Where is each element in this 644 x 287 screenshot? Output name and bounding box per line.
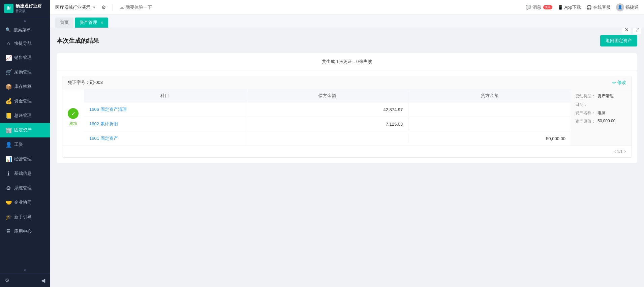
workspace-gear-icon[interactable]: ⚙ bbox=[101, 4, 106, 10]
sidebar-label-purchase: 采购管理 bbox=[14, 69, 32, 75]
edit-icon: ✏ bbox=[612, 80, 616, 85]
main-content: ✕ ⤢ 本次生成的结果 返回固定资产 共生成 1张凭证，0张失败 凭证字号：记-… bbox=[50, 28, 644, 287]
topbar-divider-1 bbox=[113, 4, 113, 11]
nav-tabs: 首页 资产管理 ✕ bbox=[50, 15, 644, 28]
headset-icon: 🎧 bbox=[586, 5, 592, 10]
topbar: 医疗器械行业演示 ▼ ⚙ ☁ 我要体验一下 💬 消息 99+ 📱 App下载 🎧… bbox=[50, 0, 644, 15]
sidebar-label-operations: 经营管理 bbox=[14, 156, 32, 162]
operations-icon: 📊 bbox=[5, 156, 11, 162]
workspace-name: 医疗器械行业演示 bbox=[55, 4, 90, 10]
sidebar-item-guide[interactable]: 🎓 新手引导 bbox=[0, 210, 50, 224]
voucher-table: 科目 借方金额 贷方金额 1606 固定资产清理 42,874.97 1602 … bbox=[84, 89, 571, 146]
sidebar-label-payroll: 工资 bbox=[14, 141, 23, 148]
sidebar-item-inventory[interactable]: 📦 库存核算 bbox=[0, 79, 50, 94]
original-value-field: 资产原值： 50,000.00 bbox=[575, 119, 627, 124]
row2-debit: 7,125.03 bbox=[246, 118, 409, 131]
sidebar-label-cooperation: 企业协同 bbox=[14, 199, 32, 205]
sidebar-item-ledger[interactable]: 📒 总账管理 bbox=[0, 108, 50, 123]
tab-home[interactable]: 首页 bbox=[55, 18, 73, 28]
panel-close-button[interactable]: ✕ bbox=[622, 28, 631, 34]
row2-credit bbox=[408, 120, 571, 128]
sidebar-search[interactable]: 🔍 搜索菜单 bbox=[0, 24, 50, 36]
workspace-selector[interactable]: 医疗器械行业演示 ▼ bbox=[55, 4, 96, 10]
return-button[interactable]: 返回固定资产 bbox=[600, 35, 637, 46]
original-value-label: 资产原值： bbox=[575, 119, 595, 124]
row3-credit: 50,000.00 bbox=[408, 132, 571, 145]
scroll-down-indicator: ▼ bbox=[0, 267, 50, 274]
edit-label: 修改 bbox=[617, 79, 626, 86]
col-header-subject: 科目 bbox=[84, 89, 246, 102]
sidebar-item-basic-info[interactable]: ℹ 基础信息 bbox=[0, 166, 50, 181]
sidebar: 财 畅捷通好业财 普及版 ▲ 🔍 搜索菜单 ⌂ 快捷导航 📈 销售管理 🛒 采购… bbox=[0, 0, 50, 287]
edit-button[interactable]: ✏ 修改 bbox=[612, 79, 626, 86]
date-field: 日期： bbox=[575, 102, 627, 107]
capital-icon: 💰 bbox=[5, 98, 11, 104]
sidebar-item-fixed-assets[interactable]: 🏢 固定资产 bbox=[0, 123, 50, 137]
user-avatar: 👤 bbox=[616, 3, 624, 11]
page-title: 本次生成的结果 bbox=[57, 37, 99, 45]
voucher-section: 凭证字号：记-003 ✏ 修改 ✓ 成功 科目 bbox=[62, 76, 632, 158]
row3-subject[interactable]: 1601 固定资产 bbox=[84, 131, 246, 146]
sidebar-label-basic-info: 基础信息 bbox=[14, 170, 32, 177]
sidebar-collapse-icon[interactable]: ◀ bbox=[41, 277, 45, 284]
voucher-sidebar: 变动类型： 资产清理 日期： 资产名称： 电脑 资产原值： bbox=[571, 89, 632, 146]
panel-controls: ✕ ⤢ bbox=[622, 28, 641, 34]
sidebar-item-quick-nav[interactable]: ⌂ 快捷导航 bbox=[0, 36, 50, 51]
sidebar-item-capital[interactable]: 💰 资金管理 bbox=[0, 94, 50, 108]
original-value-value: 50,000.00 bbox=[597, 119, 615, 124]
tab-home-label: 首页 bbox=[60, 20, 69, 25]
sidebar-item-system[interactable]: ⚙ 系统管理 bbox=[0, 181, 50, 195]
tab-asset-management-close-icon[interactable]: ✕ bbox=[100, 21, 103, 25]
col-header-debit: 借方金额 bbox=[246, 89, 409, 102]
sidebar-item-payroll[interactable]: 👤 工资 bbox=[0, 137, 50, 152]
tab-asset-management[interactable]: 资产管理 ✕ bbox=[75, 18, 108, 28]
voucher-header: 凭证字号：记-003 ✏ 修改 bbox=[62, 76, 632, 89]
main-area: 医疗器械行业演示 ▼ ⚙ ☁ 我要体验一下 💬 消息 99+ 📱 App下载 🎧… bbox=[50, 0, 644, 287]
app-download-button[interactable]: 📱 App下载 bbox=[558, 4, 581, 10]
sidebar-label-capital: 资金管理 bbox=[14, 98, 32, 104]
sidebar-label-quick-nav: 快捷导航 bbox=[14, 40, 32, 46]
notifications-button[interactable]: 💬 消息 99+ bbox=[526, 4, 552, 10]
change-type-label: 变动类型： bbox=[575, 93, 595, 99]
online-service-button[interactable]: 🎧 在线客服 bbox=[586, 4, 611, 10]
sidebar-settings-icon[interactable]: ⚙ bbox=[5, 277, 9, 284]
basic-info-icon: ℹ bbox=[5, 170, 11, 177]
cooperation-icon: 🤝 bbox=[5, 199, 11, 206]
sidebar-item-purchase[interactable]: 🛒 采购管理 bbox=[0, 65, 50, 79]
app-download-label: App下载 bbox=[564, 4, 581, 10]
row2-subject[interactable]: 1602 累计折旧 bbox=[84, 117, 246, 131]
logo-sub: 普及版 bbox=[16, 9, 42, 13]
quick-nav-icon: ⌂ bbox=[5, 40, 11, 46]
pagination[interactable]: < 1/1 > bbox=[62, 146, 632, 157]
sidebar-item-sales[interactable]: 📈 销售管理 bbox=[0, 51, 50, 65]
change-type-value: 资产清理 bbox=[597, 93, 614, 99]
date-label: 日期： bbox=[575, 102, 587, 107]
sidebar-item-operations[interactable]: 📊 经营管理 bbox=[0, 152, 50, 166]
sidebar-item-cooperation[interactable]: 🤝 企业协同 bbox=[0, 195, 50, 210]
sidebar-label-app-center: 应用中心 bbox=[14, 228, 32, 234]
voucher-id: 凭证字号：记-003 bbox=[68, 79, 103, 86]
sidebar-item-app-center[interactable]: 🖥 应用中心 bbox=[0, 224, 50, 238]
panel-expand-button[interactable]: ⤢ bbox=[633, 28, 641, 34]
ledger-icon: 📒 bbox=[5, 113, 11, 119]
logo-text-group: 畅捷通好业财 普及版 bbox=[16, 3, 42, 13]
row1-credit bbox=[408, 105, 571, 114]
notifications-label: 消息 bbox=[532, 4, 541, 10]
sales-icon: 📈 bbox=[5, 55, 11, 61]
asset-name-value: 电脑 bbox=[597, 110, 606, 116]
row1-subject[interactable]: 1606 固定资产清理 bbox=[84, 102, 246, 117]
success-mark: ✓ 成功 bbox=[62, 89, 84, 146]
user-name: 畅捷通 bbox=[625, 4, 639, 10]
sidebar-label-system: 系统管理 bbox=[14, 185, 32, 191]
success-label: 成功 bbox=[69, 121, 77, 127]
guide-icon: 🎓 bbox=[5, 214, 11, 220]
sidebar-label-sales: 销售管理 bbox=[14, 55, 32, 61]
user-profile[interactable]: 👤 畅捷通 bbox=[616, 3, 639, 11]
success-icon: ✓ bbox=[68, 108, 79, 119]
asset-name-field: 资产名称： 电脑 bbox=[575, 110, 627, 116]
sidebar-label-ledger: 总账管理 bbox=[14, 113, 32, 119]
workspace-chevron-icon: ▼ bbox=[92, 5, 96, 9]
table-header: 科目 借方金额 贷方金额 bbox=[84, 89, 571, 102]
experience-button[interactable]: ☁ 我要体验一下 bbox=[120, 4, 152, 10]
payroll-icon: 👤 bbox=[5, 141, 11, 148]
